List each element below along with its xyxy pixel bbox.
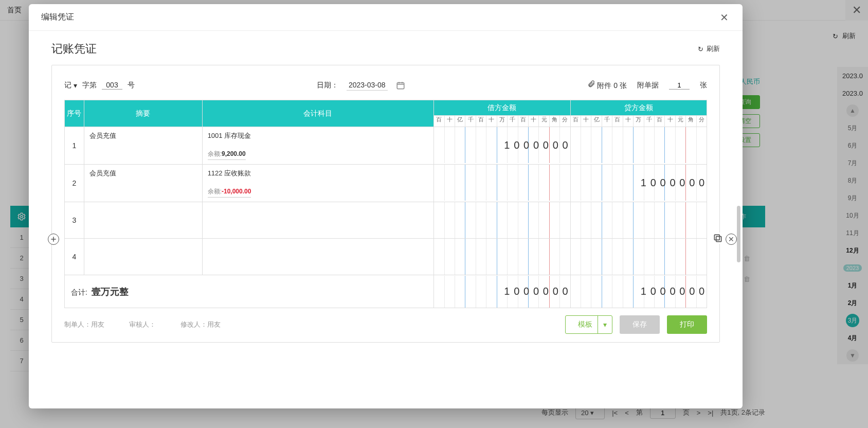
row-index: 4	[65, 239, 84, 275]
insert-row-button[interactable]	[712, 233, 724, 244]
total-words: 壹万元整	[92, 287, 129, 297]
th-credit: 贷方金额	[570, 100, 707, 116]
paperclip-icon	[587, 80, 595, 88]
row-index: 2	[65, 165, 84, 202]
voucher-type-select[interactable]: 记 ▾	[64, 81, 77, 90]
attachment-label: 附件 0 张	[597, 81, 627, 90]
th-index: 序号	[65, 100, 84, 127]
row-credit-cell[interactable]	[570, 202, 707, 239]
calendar-icon[interactable]	[396, 81, 405, 90]
modifier-label: 修改人：	[180, 320, 207, 328]
modal-title: 编辑凭证	[41, 12, 74, 23]
row-summary-cell[interactable]	[84, 239, 202, 275]
chevron-down-icon: ▾	[74, 81, 77, 90]
row-account-cell[interactable]	[202, 202, 434, 239]
save-button: 保存	[620, 315, 660, 334]
modal-close-button[interactable]: ✕	[718, 11, 730, 24]
voucher-refresh-button[interactable]: ↻ 刷新	[698, 44, 720, 53]
add-row-button[interactable]	[48, 234, 59, 245]
voucher-table: 序号 摘要 会计科目 借方金额 贷方金额 百十亿千百十万千百十元角分 百十亿千百…	[64, 100, 707, 308]
row-summary-cell[interactable]	[84, 202, 202, 239]
template-button[interactable]: 模板 ▾	[565, 315, 612, 334]
th-account: 会计科目	[202, 100, 434, 127]
row-debit-cell[interactable]	[434, 239, 570, 275]
attachment-link[interactable]: 附件 0 张	[587, 80, 627, 91]
voucher-refresh-label: 刷新	[707, 44, 720, 53]
refresh-icon: ↻	[698, 45, 703, 53]
voucher-hao-label: 号	[128, 81, 135, 90]
maker-label: 制单人：	[64, 320, 91, 328]
row-summary-cell[interactable]: 会员充值	[84, 165, 202, 202]
date-input[interactable]: 2023-03-08	[347, 80, 388, 91]
th-summary: 摘要	[84, 100, 202, 127]
sheets-label: 附单据	[637, 81, 659, 90]
sheets-unit: 张	[700, 81, 707, 90]
voucher-number-input[interactable]: 003	[102, 81, 122, 90]
voucher-row[interactable]: 2会员充值1122 应收账款余额:-10,000.001000000	[65, 165, 707, 202]
th-debit: 借方金额	[434, 100, 570, 116]
svg-rect-2	[714, 235, 719, 240]
voucher-row[interactable]: 3	[65, 202, 707, 239]
row-summary-cell[interactable]: 会员充值	[84, 127, 202, 165]
voucher-box: 记 ▾ 字第 003 号 日期： 2023-03-08	[51, 65, 720, 343]
row-credit-cell[interactable]	[570, 239, 707, 275]
th-credit-digits: 百十亿千百十万千百十元角分	[570, 116, 707, 127]
modal-body: 记账凭证 ↻ 刷新 记 ▾ 字第 003 号 日期： 20	[29, 31, 743, 408]
delete-row-button[interactable]: ✕	[726, 234, 737, 245]
chevron-down-icon[interactable]: ▾	[598, 316, 607, 333]
svg-rect-1	[397, 82, 404, 88]
total-debit-cell: 1000000	[434, 275, 570, 308]
row-debit-cell[interactable]	[434, 165, 570, 202]
th-debit-digits: 百十亿千百十万千百十元角分	[434, 116, 570, 127]
row-debit-cell[interactable]	[434, 202, 570, 239]
maker-value: 用友	[91, 320, 104, 328]
row-index: 1	[65, 127, 84, 165]
row-index: 3	[65, 202, 84, 239]
row-account-cell[interactable]: 1001 库存现金余额:9,200.00	[202, 127, 434, 165]
voucher-meta: 记 ▾ 字第 003 号 日期： 2023-03-08	[64, 80, 707, 91]
print-button[interactable]: 打印	[667, 315, 707, 334]
row-credit-cell[interactable]	[570, 127, 707, 165]
row-debit-cell[interactable]: 1000000	[434, 127, 570, 165]
voucher-title: 记账凭证	[51, 41, 97, 57]
voucher-footer: 制单人：用友 审核人： 修改人：用友 模板 ▾ 保存 打印	[64, 315, 707, 334]
total-row-label: 合计: 壹万元整	[65, 275, 434, 308]
total-credit-cell: 1000000	[570, 275, 707, 308]
voucher-row[interactable]: 1会员充值1001 库存现金余额:9,200.001000000	[65, 127, 707, 165]
edit-voucher-modal: 编辑凭证 ✕ 记账凭证 ↻ 刷新 记 ▾ 字第 003 号	[29, 4, 743, 408]
voucher-row[interactable]: 4	[65, 239, 707, 275]
modifier-value: 用友	[207, 320, 221, 328]
scrollbar-thumb[interactable]	[737, 206, 740, 262]
auditor-label: 审核人：	[129, 320, 156, 328]
svg-rect-3	[716, 237, 721, 242]
date-label: 日期：	[317, 81, 338, 90]
row-account-cell[interactable]	[202, 239, 434, 275]
sheets-input[interactable]	[669, 81, 690, 90]
row-account-cell[interactable]: 1122 应收账款余额:-10,000.00	[202, 165, 434, 202]
voucher-zi-label: 字第	[82, 81, 97, 90]
modal-header: 编辑凭证 ✕	[29, 4, 743, 31]
row-credit-cell[interactable]: 1000000	[570, 165, 707, 202]
